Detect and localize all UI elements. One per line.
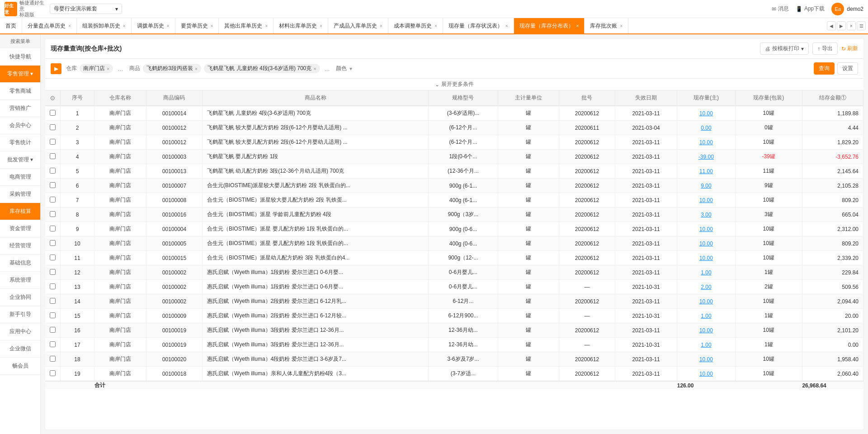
row-current-qty-main[interactable]: 10.00 <box>677 251 735 265</box>
row-current-qty-main[interactable]: 9.00 <box>677 179 735 193</box>
sidebar-item-business-mgmt[interactable]: 经营管理 <box>0 237 40 255</box>
tab-inventory-dist[interactable]: 现存量（库存分布表） × <box>514 18 585 34</box>
row-current-qty-main[interactable]: 10.00 <box>677 294 735 309</box>
th-settings[interactable]: ⚙ <box>45 90 61 106</box>
row-checkbox[interactable] <box>45 323 61 338</box>
sidebar-item-app-center[interactable]: 应用中心 <box>0 323 40 340</box>
nav-next-btn[interactable]: ▶ <box>837 21 846 30</box>
warehouse-filter-tag[interactable]: 南岸门店 × <box>80 64 113 73</box>
refresh-btn[interactable]: ↻ 刷新 <box>841 45 858 52</box>
nav-close-btn[interactable]: × <box>847 21 856 30</box>
row-current-qty-main[interactable]: 11.00 <box>677 164 735 179</box>
sidebar-search-area[interactable]: 搜索菜单 <box>0 34 40 48</box>
sidebar-item-retail-mall[interactable]: 零售商城 <box>0 83 40 100</box>
row-checkbox[interactable] <box>45 150 61 164</box>
row-current-qty-main[interactable]: 1.00 <box>677 338 735 352</box>
product-filter-tag-2[interactable]: 飞鹤星飞帆 儿童奶粉 4段(3-6岁适用) 700克 × <box>204 64 320 73</box>
row-checkbox[interactable] <box>45 193 61 208</box>
settings-icon[interactable]: ⚙ <box>50 94 56 102</box>
sidebar-item-purchase-mgmt[interactable]: 采购管理 <box>0 186 40 203</box>
close-icon[interactable]: × <box>434 24 437 28</box>
row-current-qty-main[interactable]: 10.00 <box>677 236 735 251</box>
close-icon[interactable]: × <box>68 24 71 28</box>
row-current-qty-main[interactable]: 1.00 <box>677 309 735 323</box>
close-icon[interactable]: × <box>576 24 579 28</box>
close-icon[interactable]: × <box>211 24 213 28</box>
sidebar-item-wholesale-mgmt[interactable]: 批发管理 ▾ <box>0 151 40 169</box>
row-current-qty-main[interactable]: 10.00 <box>677 352 735 367</box>
sidebar-item-enterprise-collab[interactable]: 企业协同 <box>0 289 40 306</box>
sidebar-item-ecommerce-mgmt[interactable]: 电商管理 <box>0 169 40 186</box>
sidebar-item-finance-mgmt[interactable]: 资金管理 <box>0 220 40 237</box>
sidebar-item-new-guide[interactable]: 新手引导 <box>0 306 40 323</box>
remove-product-tag-1-icon[interactable]: × <box>195 66 198 71</box>
tab-other-outbound[interactable]: 其他出库单历史 × <box>219 18 274 34</box>
row-checkbox[interactable] <box>45 251 61 265</box>
sidebar-item-enterprise-wechat[interactable]: 企业微信 <box>0 340 40 358</box>
sidebar-item-basic-info[interactable]: 基础信息 <box>0 255 40 272</box>
sidebar-quick-nav[interactable]: 快捷导航 <box>0 48 40 66</box>
color-filter-dropdown-icon[interactable]: ▾ <box>349 66 352 72</box>
tab-batch-accounting[interactable]: 库存批次账 × <box>585 18 628 34</box>
app-download-btn[interactable]: 📱 App下载 <box>796 5 825 13</box>
tab-cost-adjust[interactable]: 成本调整单历史 × <box>388 18 443 34</box>
row-current-qty-main[interactable]: -39.00 <box>677 150 735 164</box>
tab-split-inventory[interactable]: 分量盘点单历史 × <box>22 18 77 34</box>
nav-menu-btn[interactable]: ☰ <box>857 21 866 30</box>
user-area[interactable]: Ea demo2 <box>831 3 863 15</box>
nav-prev-btn[interactable]: ◀ <box>827 21 836 30</box>
row-current-qty-main[interactable]: 10.00 <box>677 323 735 338</box>
row-checkbox[interactable] <box>45 222 61 236</box>
row-checkbox[interactable] <box>45 164 61 179</box>
template-print-btn[interactable]: 🖨 按模板打印 ▾ <box>760 42 809 55</box>
sidebar-item-retail-stats[interactable]: 零售统计 <box>0 134 40 151</box>
settings-btn[interactable]: 设置 <box>837 62 858 75</box>
messages-btn[interactable]: ✉ 消息 <box>772 5 789 13</box>
filter-expand-btn[interactable]: ▶ <box>51 63 61 74</box>
tab-product-inbound[interactable]: 产成品入库单历史 × <box>328 18 388 34</box>
sidebar-item-member-center[interactable]: 会员中心 <box>0 117 40 134</box>
row-current-qty-main[interactable]: 3.00 <box>677 208 735 222</box>
sidebar-item-system-mgmt[interactable]: 系统管理 <box>0 272 40 289</box>
row-checkbox[interactable] <box>45 106 61 121</box>
sidebar-item-membership[interactable]: 畅会员 <box>0 358 40 375</box>
row-checkbox[interactable] <box>45 135 61 150</box>
row-current-qty-main[interactable]: 10.00 <box>677 193 735 208</box>
tab-material-outbound[interactable]: 材料出库单历史 × <box>274 18 328 34</box>
row-checkbox[interactable] <box>45 179 61 193</box>
sidebar-item-inventory-check[interactable]: 库存核算 <box>0 203 40 220</box>
tab-home[interactable]: 首页 <box>0 18 22 34</box>
row-current-qty-main[interactable]: 10.00 <box>677 106 735 121</box>
tab-require-goods[interactable]: 要货单历史 × <box>175 18 219 34</box>
row-current-qty-main[interactable]: 2.00 <box>677 280 735 294</box>
close-icon[interactable]: × <box>620 24 623 28</box>
row-current-qty-main[interactable]: 1.00 <box>677 265 735 280</box>
sidebar-item-marketing[interactable]: 营销推广 <box>0 100 40 117</box>
row-current-qty-main[interactable]: 10.00 <box>677 222 735 236</box>
row-checkbox[interactable] <box>45 338 61 352</box>
close-icon[interactable]: × <box>505 24 508 28</box>
close-icon[interactable]: × <box>265 24 268 28</box>
row-current-qty-main[interactable]: 10.00 <box>677 367 735 382</box>
row-current-qty-main[interactable]: 0.00 <box>677 121 735 135</box>
tab-combo-dismantle[interactable]: 组装拆卸单历史 × <box>77 18 132 34</box>
close-icon[interactable]: × <box>320 24 322 28</box>
warehouse-more-icon[interactable]: ... <box>118 65 123 72</box>
row-checkbox[interactable] <box>45 352 61 367</box>
close-icon[interactable]: × <box>123 24 126 28</box>
row-checkbox[interactable] <box>45 367 61 382</box>
row-checkbox[interactable] <box>45 309 61 323</box>
row-checkbox[interactable] <box>45 294 61 309</box>
product-more-icon[interactable]: ... <box>325 65 330 72</box>
warehouse-select[interactable]: 母婴行业演示账套 ▾ <box>50 4 122 14</box>
export-btn[interactable]: ↑ 导出 <box>812 42 838 55</box>
close-icon[interactable]: × <box>167 24 170 28</box>
row-checkbox[interactable] <box>45 208 61 222</box>
product-filter-tag-1[interactable]: 飞鹤奶粉3段丙搭装 × <box>143 64 201 73</box>
row-checkbox[interactable] <box>45 280 61 294</box>
tab-inventory-status[interactable]: 现存量（库存状况表） × <box>443 18 514 34</box>
row-checkbox[interactable] <box>45 121 61 135</box>
row-checkbox[interactable] <box>45 265 61 280</box>
row-checkbox[interactable] <box>45 236 61 251</box>
row-current-qty-main[interactable]: 10.00 <box>677 135 735 150</box>
